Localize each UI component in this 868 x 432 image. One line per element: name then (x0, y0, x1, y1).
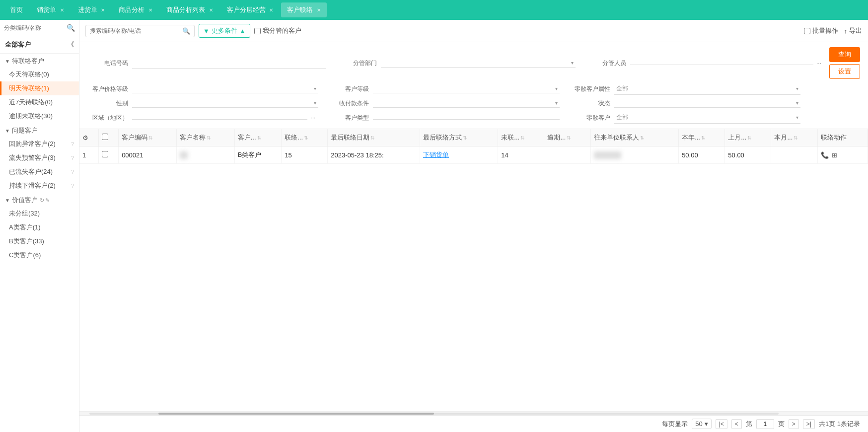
nav-close-customer-tier[interactable]: ✕ (269, 7, 273, 13)
chevron-down-icon-2: ▾ (314, 86, 316, 91)
sidebar-section-problem[interactable]: ▼ 问题客户 (0, 123, 79, 137)
sidebar-item-ungrouped[interactable]: 未分组(32) (0, 207, 79, 220)
nav-purchase-order[interactable]: 进货单 ✕ (72, 2, 111, 17)
sidebar-item-churned[interactable]: 已流失客户(24) ? (0, 165, 79, 179)
select-all-checkbox[interactable] (102, 134, 108, 140)
th-this-month[interactable]: 本月... ⇅ (771, 129, 817, 146)
nav-close-purchase-order[interactable]: ✕ (101, 7, 105, 13)
batch-op-checkbox[interactable] (804, 28, 810, 34)
prev-page-btn[interactable]: < (731, 419, 742, 429)
filter-row-2: 客户价格等级 ▾ 客户等级 ▾ 零散客户属性 (87, 83, 860, 95)
sidebar-item-tomorrow-pending[interactable]: 明天待联络(1) (0, 81, 79, 95)
sidebar-section-value[interactable]: ▼ 价值客户 ↻ ✎ (0, 193, 79, 207)
horizontal-scrollbar[interactable] (79, 411, 868, 415)
gear-icon[interactable]: ⚙ (82, 134, 88, 142)
filter-payment-select[interactable]: ▾ (373, 99, 559, 108)
filter-customer-type-label: 客户类型 (328, 114, 373, 122)
th-last-date[interactable]: 最后联络日期 ⇅ (328, 129, 420, 146)
td-last-month: 50.00 (725, 146, 771, 164)
sidebar-item-today-pending[interactable]: 今天待联络(0) (0, 68, 79, 81)
last-page-btn[interactable]: >| (803, 419, 815, 429)
sort-icon-code: ⇅ (148, 135, 152, 141)
td-overdue (544, 146, 590, 164)
th-contact-count[interactable]: 联络... ⇅ (282, 129, 328, 146)
edit-icon[interactable]: ✎ (45, 197, 50, 204)
refresh-icon[interactable]: ↻ (40, 197, 44, 204)
my-customers-checkbox[interactable] (254, 28, 261, 34)
batch-op-btn[interactable]: 批量操作 (804, 26, 838, 35)
sidebar-search-icon[interactable]: 🔍 (67, 24, 75, 32)
search-submit-icon[interactable]: 🔍 (182, 27, 190, 35)
filter-customer-type-select[interactable] (373, 116, 559, 120)
export-btn[interactable]: ↑ 导出 (844, 26, 863, 35)
sort-icon-uncontacted: ⇅ (520, 135, 524, 141)
sidebar-search-input[interactable] (4, 24, 67, 31)
th-contact-person[interactable]: 往来单位联系人 ⇅ (590, 129, 679, 146)
nav-home[interactable]: 首页 (4, 2, 29, 17)
sidebar-item-class-a[interactable]: A类客户(1) (0, 220, 79, 234)
td-last-method[interactable]: 下销货单 (420, 146, 498, 164)
next-page-btn[interactable]: > (789, 419, 799, 429)
nav-product-analysis[interactable]: 商品分析 ✕ (113, 2, 158, 17)
filter-status-select[interactable]: ▾ (614, 99, 800, 108)
th-type[interactable]: 客户... ⇅ (234, 129, 281, 146)
th-last-method[interactable]: 最后联络方式 ⇅ (420, 129, 498, 146)
per-page-select[interactable]: 50 ▾ (692, 419, 711, 429)
th-this-year[interactable]: 本年... ⇅ (679, 129, 725, 146)
th-name[interactable]: 客户名称 ⇅ (176, 129, 234, 146)
row-checkbox[interactable] (102, 151, 108, 157)
nav-product-analysis-list[interactable]: 商品分析列表 ✕ (160, 2, 219, 17)
th-code[interactable]: 客户编码 ⇅ (119, 129, 177, 146)
sidebar-item-overdue-contact[interactable]: 逾期未联络(30) (0, 109, 79, 123)
search-input[interactable] (90, 27, 182, 34)
filter-row-3: 性别 ▾ 收付款条件 ▾ 状态 (87, 99, 860, 108)
th-overdue[interactable]: 逾期... ⇅ (544, 129, 590, 146)
nav-customer-contact[interactable]: 客户联络 ✕ (281, 2, 327, 17)
th-checkbox[interactable] (98, 129, 118, 146)
query-button[interactable]: 查询 (829, 47, 860, 62)
td-checkbox[interactable] (98, 146, 118, 164)
nav-customer-tier[interactable]: 客户分层经营 ✕ (221, 2, 280, 17)
th-settings[interactable]: ⚙ (79, 129, 98, 146)
sidebar-item-class-b[interactable]: B类客户(33) (0, 234, 79, 248)
filter-price-level-select[interactable]: ▾ (132, 84, 318, 93)
filter-person-select[interactable] (630, 62, 813, 65)
page-number-input[interactable] (756, 419, 774, 429)
my-customers-checkbox-label[interactable]: 我分管的客户 (254, 26, 301, 35)
sidebar-item-abnormal-repurchase[interactable]: 回购异常客户(2) ? (0, 137, 79, 151)
sidebar-section-pending[interactable]: ▼ 待联络客户 (0, 54, 79, 68)
nav-close-customer-contact[interactable]: ✕ (317, 7, 321, 13)
nav-close-sales-order[interactable]: ✕ (60, 7, 64, 13)
filter-phone-input[interactable] (132, 58, 326, 69)
filter-more-btn[interactable]: ▼ 更多条件 ▲ (199, 24, 250, 38)
sidebar-item-class-c[interactable]: C类客户(6) (0, 248, 79, 262)
grid-action-icon[interactable]: ⊞ (832, 151, 837, 159)
th-uncontacted[interactable]: 未联... ⇅ (498, 129, 544, 146)
first-page-btn[interactable]: |< (716, 419, 727, 429)
nav-close-product-analysis-list[interactable]: ✕ (209, 7, 213, 13)
th-last-month[interactable]: 上月... ⇅ (725, 129, 771, 146)
filter-customer-level-select[interactable]: ▾ (373, 84, 559, 93)
th-action: 联络动作 (817, 129, 868, 146)
phone-action-icon[interactable]: 📞 (821, 151, 829, 159)
filter-gender-field: 性别 ▾ (87, 99, 318, 108)
sidebar-item-churn-warning[interactable]: 流失预警客户(3) ? (0, 151, 79, 165)
sidebar-item-7days-pending[interactable]: 近7天待联络(0) (0, 95, 79, 109)
filter-person-dots[interactable]: ··· (813, 60, 824, 67)
sidebar-collapse-icon[interactable]: 《 (68, 40, 74, 49)
main-layout: 🔍 全部客户 《 ▼ 待联络客户 今天待联络(0) 明天待联络(1) 近7天待联… (0, 20, 868, 432)
nav-close-product-analysis[interactable]: ✕ (148, 7, 152, 13)
sidebar-item-declining[interactable]: 持续下滑客户(2) ? (0, 179, 79, 193)
scrollbar-thumb[interactable] (158, 413, 434, 415)
filter-retail-attr-field: 零散客户属性 全部 ▾ (570, 83, 800, 95)
filter-region-dots[interactable]: ··· (307, 114, 318, 121)
filter-retail-customer-select[interactable]: 全部 ▾ (614, 112, 800, 124)
nav-sales-order[interactable]: 销货单 ✕ (31, 2, 70, 17)
sidebar-all-customers[interactable]: 全部客户 《 (0, 36, 79, 54)
filter-dept-select[interactable]: ▾ (381, 59, 575, 68)
filter-row-4: 区域（地区） ··· 客户类型 零散客户 全部 (87, 112, 860, 124)
filter-region-select[interactable] (132, 116, 307, 120)
filter-gender-select[interactable]: ▾ (132, 99, 318, 108)
set-button[interactable]: 设置 (829, 64, 860, 79)
filter-retail-attr-select[interactable]: 全部 ▾ (614, 83, 800, 95)
